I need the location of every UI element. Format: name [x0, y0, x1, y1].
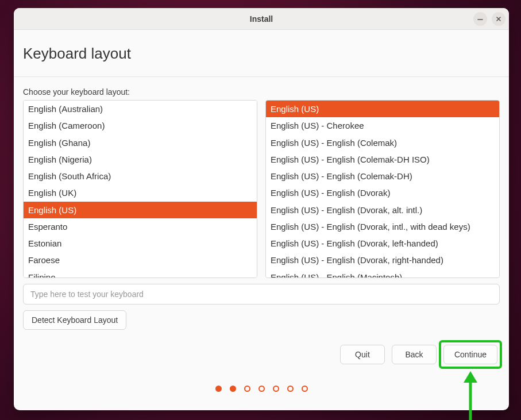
- quit-button[interactable]: Quit: [340, 345, 385, 364]
- list-item[interactable]: English (South Africa): [24, 168, 257, 184]
- list-item[interactable]: English (US) - English (Dvorak, left-han…: [266, 235, 499, 252]
- list-item[interactable]: English (US) - English (Macintosh): [266, 269, 499, 279]
- list-item[interactable]: English (Ghana): [24, 134, 257, 151]
- list-item[interactable]: English (UK): [24, 184, 257, 201]
- nav-button-row: Quit Back Continue: [23, 345, 500, 364]
- page-title: Keyboard layout: [23, 45, 500, 63]
- detect-layout-button[interactable]: Detect Keyboard Layout: [23, 310, 126, 330]
- continue-button[interactable]: Continue: [443, 345, 497, 364]
- close-button[interactable]: [492, 12, 505, 26]
- pager-dot: [230, 386, 236, 392]
- pager-dot: [273, 386, 279, 392]
- list-item[interactable]: English (US) - English (Colemak-DH): [266, 168, 499, 184]
- installer-window: Install Keyboard layout Choose your keyb…: [14, 8, 509, 410]
- titlebar: Install: [14, 8, 509, 30]
- list-item[interactable]: English (Nigeria): [24, 151, 257, 168]
- variant-listbox[interactable]: English (US)English (US) - CherokeeEngli…: [265, 100, 500, 278]
- pager-dot: [215, 386, 222, 392]
- layout-lists: English (Australian)English (Cameroon)En…: [23, 100, 500, 278]
- list-item[interactable]: Esperanto: [24, 218, 257, 235]
- list-item[interactable]: Estonian: [24, 235, 257, 252]
- pager-dot: [258, 386, 265, 392]
- list-item[interactable]: English (US) - English (Dvorak): [266, 184, 499, 201]
- list-item[interactable]: English (Australian): [24, 101, 257, 117]
- list-item[interactable]: English (US): [266, 101, 499, 117]
- list-item[interactable]: English (Cameroon): [24, 117, 257, 134]
- list-item[interactable]: English (US) - English (Dvorak, right-ha…: [266, 252, 499, 268]
- close-icon: [495, 16, 502, 22]
- list-item[interactable]: Filipino: [24, 269, 257, 279]
- list-item[interactable]: English (US) - English (Colemak-DH ISO): [266, 151, 499, 168]
- pager-dot: [302, 386, 308, 392]
- list-item[interactable]: English (US): [24, 202, 257, 218]
- list-item[interactable]: English (US) - English (Dvorak, intl., w…: [266, 218, 499, 235]
- window-title: Install: [250, 14, 273, 24]
- list-item[interactable]: English (US) - Cherokee: [266, 117, 499, 134]
- list-item[interactable]: Faroese: [24, 252, 257, 268]
- list-item[interactable]: English (US) - English (Colemak): [266, 134, 499, 151]
- pager-dot: [244, 386, 250, 392]
- layout-listbox[interactable]: English (Australian)English (Cameroon)En…: [23, 100, 257, 278]
- progress-pager: [14, 386, 509, 392]
- header-divider: [14, 76, 509, 77]
- minimize-icon: [477, 16, 484, 22]
- back-button[interactable]: Back: [392, 345, 437, 364]
- content-area: Keyboard layout Choose your keyboard lay…: [14, 30, 509, 410]
- keyboard-test-input[interactable]: [23, 284, 500, 305]
- pager-dot: [287, 386, 294, 392]
- list-item[interactable]: English (US) - English (Dvorak, alt. int…: [266, 202, 499, 218]
- minimize-button[interactable]: [473, 12, 487, 26]
- window-controls: [473, 8, 505, 29]
- choose-label: Choose your keyboard layout:: [23, 87, 500, 97]
